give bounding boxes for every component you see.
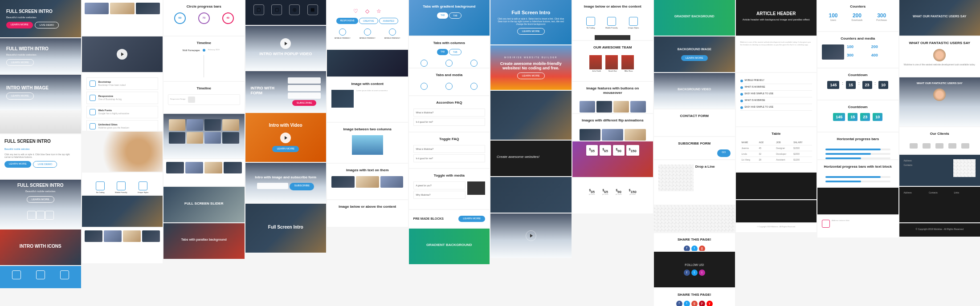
form-input[interactable] [694,122,729,128]
faq-item[interactable]: A great for you? [413,181,466,189]
thumb[interactable] [331,176,355,188]
learn-more-button[interactable]: LEARN MORE [27,196,54,203]
twitter-icon[interactable]: t [691,270,698,276]
thumb[interactable] [142,230,160,242]
form-input[interactable] [288,93,321,99]
map[interactable] [953,159,976,177]
learn-more-button[interactable]: LEARN MORE [6,59,34,66]
map[interactable] [658,165,694,191]
slider-icon[interactable]: ▢ [271,4,282,15]
thumb[interactable] [187,119,203,131]
faq-item[interactable]: Is it good for me? [413,154,486,162]
map-block[interactable] [654,205,735,232]
thumb[interactable] [136,3,160,14]
live-demo-button[interactable]: LIVE DEMO [35,22,59,28]
thumb[interactable] [204,132,221,144]
subscribe-button[interactable]: SUBSCRIBE [290,183,314,190]
thumb[interactable] [222,132,239,144]
learn-more-button[interactable]: LEARN MORE [6,93,34,99]
faq-item[interactable]: Is it good for me? [413,118,486,126]
thumb[interactable] [85,230,102,242]
twitter-icon[interactable]: t [684,301,690,306]
list-item: EASY AND SIMPLE TO USE [740,104,813,111]
twitter-icon[interactable]: t [691,246,698,251]
thumb[interactable] [204,119,221,131]
learn-more-button[interactable]: LEARN MORE [517,72,545,79]
thumb[interactable] [224,162,241,173]
tab[interactable]: TAB [437,49,448,55]
live-demo-button[interactable]: LIVE DEMO [33,161,57,168]
tab-creative[interactable]: CREATIVE [359,18,378,24]
tab[interactable]: TAB [449,12,461,19]
thumb[interactable] [166,162,184,173]
tab-responsive[interactable]: RESPONSIVE [336,18,358,24]
facebook-icon[interactable]: f [676,301,682,306]
thumb[interactable] [613,101,629,113]
subscribe-button[interactable]: GO [717,149,730,157]
image-buttons-block: Image features with buttons on mouseover [572,82,653,113]
facebook-icon[interactable]: f [684,246,690,251]
fullscreen-icon[interactable]: ▢ [253,4,264,15]
form-textarea[interactable] [658,129,731,136]
laptop-block-2 [490,177,572,213]
subscribe-button[interactable]: SUBSCRIBE [292,100,317,106]
play-icon[interactable] [280,38,291,49]
learn-more-button[interactable]: LEARN MORE [517,28,545,35]
form-input[interactable] [695,177,731,181]
form-input[interactable] [658,122,693,128]
thumb[interactable] [169,132,185,144]
thumb[interactable] [204,162,222,173]
thumb[interactable] [222,119,239,131]
email-input[interactable] [658,149,716,156]
thumb[interactable] [104,230,122,242]
faq-item[interactable]: What is Mobirise? [413,145,486,153]
thumb[interactable] [356,176,379,188]
thumb[interactable] [187,132,203,144]
gplus-icon[interactable]: g [691,301,698,306]
instagram-icon[interactable]: i [699,270,705,276]
thumb[interactable] [380,176,404,188]
gradient-tabs: Tabs with gradient background TABTAB [409,0,490,36]
learn-more-button[interactable]: LEARN MORE [272,146,299,152]
thumb[interactable] [185,162,203,173]
form-input[interactable] [288,85,321,91]
play-icon[interactable] [526,230,536,241]
faq-item[interactable]: Why Mobirise? [413,191,466,199]
form-input[interactable] [288,77,321,84]
learn-more-button[interactable]: LEARN MORE [6,22,33,28]
form-input[interactable] [695,173,731,176]
tab[interactable]: TAB [437,12,448,19]
create-websites-hero: Create awesome websites! [490,141,572,176]
gplus-icon[interactable]: g [699,246,705,251]
target-icon[interactable]: ◎ [289,4,300,15]
tab-animated[interactable]: ANIMATED [379,18,398,24]
play-icon[interactable] [280,133,291,143]
progress-circle: 40 [222,12,234,24]
play-icon[interactable] [117,49,127,60]
cd-hours: 15 [848,113,858,121]
thumb[interactable] [85,3,109,14]
thumb[interactable] [596,101,612,113]
thumb[interactable] [630,101,646,113]
thumb[interactable] [580,101,595,113]
facebook-icon[interactable]: f [684,270,690,276]
tab[interactable]: TAB [449,49,461,55]
email-input[interactable] [257,183,288,189]
faq-item[interactable]: What is Mobirise? [413,109,486,117]
thumb[interactable] [169,119,185,131]
section-title: Image between two columns [331,127,404,132]
image-features-block: Image below or above the content No Codi… [572,0,653,40]
learn-more-button[interactable]: LEARN MORE [458,216,485,221]
thumb[interactable] [580,129,601,141]
learn-more-button[interactable]: LEARN MORE [681,55,708,61]
thumb[interactable] [625,129,646,141]
youtube-icon[interactable]: y [706,301,713,306]
thumb[interactable] [110,3,135,14]
thumb[interactable] [123,230,141,242]
hero-title: Tabs with parallax background [181,238,227,242]
pinterest-icon[interactable]: p [699,301,705,306]
app-icon[interactable]: ▦ [307,4,318,15]
thumb[interactable] [602,129,623,141]
learn-more-button[interactable]: LEARN MORE [4,161,31,168]
fullscreen-intro-dark: Full Screen Intro [245,204,327,253]
